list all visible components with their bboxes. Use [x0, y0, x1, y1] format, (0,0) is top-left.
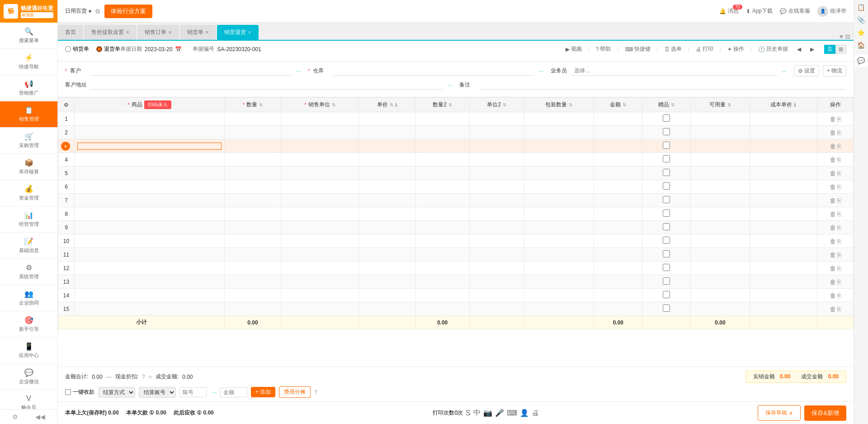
delete-row-btn[interactable]: 🗑	[830, 278, 836, 286]
qty2-cell[interactable]	[415, 167, 469, 180]
account-number-input[interactable]	[179, 387, 207, 397]
gift-checkbox[interactable]	[663, 155, 670, 162]
amount-cell[interactable]	[594, 275, 642, 289]
unit-cell[interactable]	[281, 275, 359, 289]
gift-checkbox[interactable]	[663, 114, 670, 122]
settings-btn[interactable]: ⚙ 设置	[794, 65, 819, 76]
delete-row-btn[interactable]: 🗑	[830, 156, 836, 163]
quantity-cell[interactable]	[225, 180, 281, 194]
available-cell[interactable]	[690, 194, 750, 207]
amount-cell[interactable]	[594, 234, 642, 248]
price-cell[interactable]	[359, 112, 415, 126]
warehouse-select-icon[interactable]: ···	[539, 68, 543, 74]
product-cell[interactable]	[75, 275, 225, 289]
amount-cell[interactable]	[594, 302, 642, 316]
close-window-icon[interactable]: ✕	[839, 33, 844, 40]
pkg-qty-cell[interactable]	[524, 167, 594, 180]
sort-icon[interactable]: ⇅	[390, 102, 393, 107]
cost-price-cell[interactable]	[750, 289, 817, 302]
unit2-cell[interactable]	[470, 289, 524, 302]
price-cell[interactable]	[359, 194, 415, 207]
product-cell[interactable]	[75, 167, 225, 180]
cost-price-cell[interactable]	[750, 262, 817, 275]
right-sidebar-icon-2[interactable]: 📎	[857, 16, 865, 24]
price-cell[interactable]	[359, 153, 415, 167]
sort-icon[interactable]: ⇅	[503, 102, 506, 107]
amount-cell[interactable]	[594, 289, 642, 302]
unit2-cell[interactable]	[470, 262, 524, 275]
available-cell[interactable]	[690, 126, 750, 139]
sort-icon[interactable]: ⇅	[569, 102, 572, 107]
quantity-cell[interactable]	[225, 167, 281, 180]
one-key-pay-checkbox[interactable]	[65, 389, 71, 395]
pkg-qty-cell[interactable]	[524, 302, 594, 316]
available-cell[interactable]	[690, 302, 750, 316]
copy-row-btn[interactable]: ⎘	[837, 251, 841, 258]
price-cell[interactable]	[359, 289, 415, 302]
available-cell[interactable]	[690, 112, 750, 126]
prev-btn[interactable]: ◀	[794, 45, 804, 53]
sidebar-item-quicknav[interactable]: ⚡ 快捷导航	[0, 49, 57, 75]
quantity-cell[interactable]	[225, 302, 281, 316]
gift-cell[interactable]	[642, 194, 691, 207]
gift-cell[interactable]	[642, 167, 691, 180]
pkg-qty-cell[interactable]	[524, 207, 594, 221]
copy-row-btn[interactable]: ⎘	[837, 278, 841, 286]
tab-close-icon[interactable]: ✕	[126, 30, 129, 35]
gift-checkbox[interactable]	[663, 237, 670, 244]
cost-price-cell[interactable]	[750, 194, 817, 207]
sidebar-item-guide[interactable]: 🎯 新手引导	[0, 311, 57, 338]
cost-price-cell[interactable]	[750, 221, 817, 234]
tab-close-icon[interactable]: ✕	[205, 30, 209, 35]
product-cell[interactable]	[75, 112, 225, 126]
help-btn[interactable]: ? 帮助	[593, 44, 614, 54]
available-cell[interactable]	[690, 139, 750, 153]
product-input-active[interactable]	[77, 143, 222, 150]
delete-row-btn[interactable]: 🗑	[830, 224, 836, 231]
gift-cell[interactable]	[642, 221, 691, 234]
sidebar-item-search[interactable]: 🔍 搜索菜单	[0, 23, 57, 49]
warehouse-input[interactable]: 总仓	[334, 66, 535, 76]
return-radio-input[interactable]	[96, 46, 102, 52]
gift-checkbox[interactable]	[663, 264, 670, 271]
pkg-qty-cell[interactable]	[524, 262, 594, 275]
price-cell[interactable]	[359, 221, 415, 234]
right-sidebar-icon-5[interactable]: 💬	[855, 54, 868, 67]
copy-row-btn[interactable]: ⎘	[837, 197, 841, 204]
copy-row-btn[interactable]: ⎘	[837, 183, 841, 191]
col-settings[interactable]: ⚙	[58, 98, 75, 112]
unit-cell[interactable]	[281, 180, 359, 194]
tool-icon-5[interactable]: ⌨	[507, 409, 517, 417]
price-cell[interactable]	[359, 126, 415, 139]
unit2-cell[interactable]	[470, 221, 524, 234]
quantity-cell[interactable]	[225, 234, 281, 248]
sidebar-item-finance[interactable]: 💰 资金管理	[0, 180, 57, 206]
product-cell[interactable]	[75, 221, 225, 234]
gift-checkbox[interactable]	[663, 196, 670, 203]
qty2-cell[interactable]	[415, 139, 469, 153]
gift-cell[interactable]	[642, 153, 691, 167]
delete-row-btn[interactable]: 🗑	[830, 197, 836, 204]
unit-cell[interactable]	[281, 139, 359, 153]
amount-cell[interactable]	[594, 221, 642, 234]
sidebar-item-apps[interactable]: 📱 应用中心	[0, 338, 57, 364]
history-btn[interactable]: 🕐 历史单据	[755, 44, 791, 54]
unit2-cell[interactable]	[470, 126, 524, 139]
tool-icon-3[interactable]: 📷	[483, 409, 492, 417]
unit-cell[interactable]	[281, 248, 359, 262]
amount-cell[interactable]	[594, 180, 642, 194]
unit2-cell[interactable]	[470, 112, 524, 126]
copy-row-btn[interactable]: ⎘	[837, 170, 841, 177]
notification-icon[interactable]: 🔔 消息 70	[719, 7, 739, 15]
sort-icon[interactable]: ⇅	[671, 102, 675, 107]
quantity-cell[interactable]	[225, 221, 281, 234]
quantity-cell[interactable]	[225, 207, 281, 221]
qty2-cell[interactable]	[415, 302, 469, 316]
user-profile[interactable]: 👤 徐泽华	[817, 6, 846, 17]
tab-close-icon[interactable]: ✕	[248, 30, 251, 35]
select-btn[interactable]: ☰ 选单	[662, 44, 684, 54]
delete-row-btn[interactable]: 🗑	[830, 170, 836, 177]
price-cell[interactable]	[359, 262, 415, 275]
gift-cell[interactable]	[642, 112, 691, 126]
fee-split-btn[interactable]: 费用分摊	[279, 386, 311, 398]
